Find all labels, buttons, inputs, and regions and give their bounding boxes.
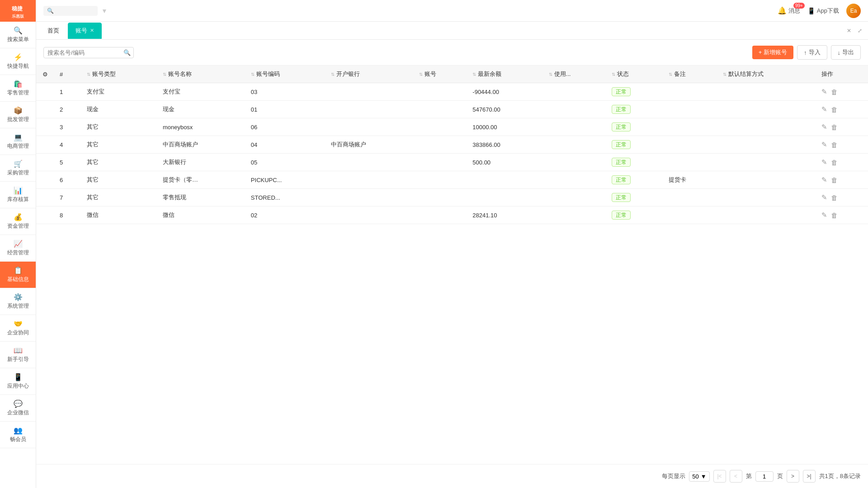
col-settlement[interactable]: ⇅默认结算方式: [717, 66, 816, 83]
sidebar-label-search: 搜索菜单: [7, 36, 29, 42]
cell-remark-4: [663, 154, 717, 171]
delete-icon-2[interactable]: 🗑: [831, 123, 838, 131]
tab-account[interactable]: 账号 ✕: [68, 23, 102, 39]
sidebar-item-finance[interactable]: 💰资金管理: [0, 208, 36, 235]
last-page-btn[interactable]: >|: [803, 470, 816, 483]
status-badge-4: 正常: [612, 158, 631, 167]
col-status[interactable]: ⇅状态: [606, 66, 663, 83]
col-type[interactable]: ⇅账号类型: [81, 66, 157, 83]
table-row: 5 其它 大新银行 05 500.00 正常 ✎ 🗑: [36, 154, 868, 171]
sidebar-item-agreement[interactable]: 🤝企业协同: [0, 315, 36, 342]
edit-icon-0[interactable]: ✎: [821, 88, 827, 96]
cell-num-7: 8: [54, 206, 81, 224]
cell-name-2: moneybosx: [157, 118, 245, 136]
cell-status-2: 正常: [606, 118, 663, 136]
cell-bank-0: [326, 83, 414, 101]
sidebar-item-wechat[interactable]: 💬企业微信: [0, 395, 36, 422]
action-icons-7: ✎ 🗑: [821, 211, 863, 219]
sidebar-item-apps[interactable]: 📱应用中心: [0, 368, 36, 395]
import-button[interactable]: ↑ 导入: [797, 45, 827, 60]
col-remark[interactable]: ⇅备注: [663, 66, 717, 83]
sidebar-item-shortcut[interactable]: ⚡快捷导航: [0, 48, 36, 75]
sidebar-item-retail[interactable]: 🛍️零售管理: [0, 75, 36, 102]
sidebar-item-guide[interactable]: 📖新手引导: [0, 342, 36, 368]
window-close-btn[interactable]: ✕: [844, 26, 854, 35]
first-page-btn[interactable]: |<: [713, 470, 726, 483]
edit-icon-4[interactable]: ✎: [821, 158, 827, 166]
delete-icon-7[interactable]: 🗑: [831, 211, 838, 219]
sidebar-item-purchase[interactable]: 🛒采购管理: [0, 155, 36, 182]
col-code[interactable]: ⇅账号编码: [245, 66, 326, 83]
sidebar-item-inventory[interactable]: 📊库存核算: [0, 182, 36, 208]
sidebar-item-search[interactable]: 🔍搜索菜单: [0, 22, 36, 48]
sidebar-item-ecommerce[interactable]: 💻电商管理: [0, 128, 36, 155]
sidebar-item-operations[interactable]: 📈经营管理: [0, 235, 36, 262]
action-icons-6: ✎ 🗑: [821, 193, 863, 202]
edit-icon-3[interactable]: ✎: [821, 141, 827, 149]
status-badge-6: 正常: [612, 193, 631, 202]
cell-account-6: [414, 189, 467, 206]
cell-settings-6: [36, 189, 54, 206]
cell-account-4: [414, 154, 467, 171]
sidebar-item-member[interactable]: 👥畅会员: [0, 422, 36, 448]
delete-icon-5[interactable]: 🗑: [831, 176, 838, 184]
delete-icon-1[interactable]: 🗑: [831, 106, 838, 113]
sidebar-icon-agreement: 🤝: [2, 319, 34, 328]
tab-home[interactable]: 首页: [40, 23, 67, 39]
dropdown-icon[interactable]: ▼: [101, 7, 108, 14]
col-bank[interactable]: ⇅开户银行: [326, 66, 414, 83]
edit-icon-5[interactable]: ✎: [821, 176, 827, 184]
window-maximize-btn[interactable]: ⤢: [855, 26, 864, 35]
top-search[interactable]: 🔍: [43, 6, 98, 16]
add-account-button[interactable]: + 新增账号: [752, 46, 793, 59]
next-page-btn[interactable]: >: [787, 470, 799, 483]
page-input[interactable]: [755, 471, 774, 482]
delete-icon-3[interactable]: 🗑: [831, 141, 838, 149]
edit-icon-1[interactable]: ✎: [821, 105, 827, 113]
sidebar-item-basic[interactable]: 📋基础信息: [0, 262, 36, 288]
cell-remark-3: [663, 136, 717, 154]
download-label: App下载: [817, 7, 839, 15]
cell-remark-6: [663, 189, 717, 206]
per-page-select[interactable]: 50 ▼: [689, 471, 709, 482]
settings-icon[interactable]: ⚙: [42, 71, 48, 78]
prev-page-btn[interactable]: <: [730, 470, 742, 483]
search-icon: 🔍: [123, 49, 131, 56]
search-wrap[interactable]: 🔍: [43, 47, 134, 58]
col-balance[interactable]: ⇅最新余额: [467, 66, 543, 83]
action-icons-2: ✎ 🗑: [821, 123, 863, 131]
sidebar-icon-wechat: 💬: [2, 399, 34, 408]
cell-num-2: 3: [54, 118, 81, 136]
cell-account-1: [414, 101, 467, 118]
delete-icon-4[interactable]: 🗑: [831, 159, 838, 166]
accounts-table: ⚙ # ⇅账号类型 ⇅账号名称 ⇅账号编码 ⇅开户银行 ⇅账号 ⇅最新余额 ⇅使…: [36, 66, 868, 224]
tab-close-icon[interactable]: ✕: [90, 28, 94, 33]
edit-icon-7[interactable]: ✎: [821, 211, 827, 219]
user-avatar[interactable]: Ea: [846, 4, 861, 18]
edit-icon-6[interactable]: ✎: [821, 193, 827, 202]
delete-icon-0[interactable]: 🗑: [831, 88, 838, 96]
status-badge-7: 正常: [612, 211, 631, 220]
cell-action-7: ✎ 🗑: [816, 206, 868, 224]
notification-btn[interactable]: 🔔 99+ 消息: [778, 6, 800, 15]
download-icon: 📱: [807, 7, 815, 14]
sidebar-label-retail: 零售管理: [7, 89, 29, 96]
sidebar-item-wholesale[interactable]: 📦批发管理: [0, 102, 36, 128]
cell-name-7: 微信: [157, 206, 245, 224]
sidebar-icon-shortcut: ⚡: [2, 53, 34, 61]
col-settings: ⚙: [36, 66, 54, 83]
cell-balance-3: 383866.00: [467, 136, 543, 154]
col-usage[interactable]: ⇅使用...: [543, 66, 606, 83]
col-account[interactable]: ⇅账号: [414, 66, 467, 83]
download-btn[interactable]: 📱 App下载: [807, 7, 839, 15]
edit-icon-2[interactable]: ✎: [821, 123, 827, 131]
export-button[interactable]: ↓ 导出: [831, 45, 861, 60]
sidebar-item-system[interactable]: ⚙️系统管理: [0, 288, 36, 315]
col-action: 操作: [816, 66, 868, 83]
cell-settings-5: [36, 171, 54, 189]
search-input[interactable]: [47, 49, 123, 56]
cell-status-4: 正常: [606, 154, 663, 171]
col-name[interactable]: ⇅账号名称: [157, 66, 245, 83]
tab-home-label: 首页: [47, 27, 59, 35]
delete-icon-6[interactable]: 🗑: [831, 194, 838, 202]
